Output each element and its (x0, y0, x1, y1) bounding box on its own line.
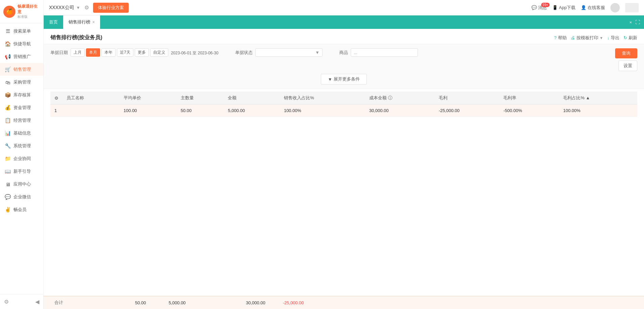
goods-filter: 商品 ... (339, 48, 418, 57)
col-amount: 全额 (224, 92, 280, 105)
cell-profit-rate: -500.00% (499, 105, 559, 117)
message-icon: 💬 (531, 5, 537, 10)
tab-home[interactable]: 首页 (44, 15, 63, 29)
home-icon: 🏠 (5, 41, 11, 47)
window-maximize-icon[interactable]: ⛶ (635, 19, 640, 25)
tab-sales-ranking[interactable]: 销售排行榜 × (63, 15, 100, 29)
content-spacer (44, 193, 644, 296)
refresh-button[interactable]: ↻ 刷新 (624, 35, 637, 41)
expand-icon: ▼ (328, 77, 332, 82)
col-settings[interactable]: ⚙ (50, 92, 62, 105)
date-custom-button[interactable]: 自定义 (150, 48, 168, 57)
sidebar-item-guide[interactable]: 📖 新手引导 (0, 165, 43, 178)
app-download-button[interactable]: 📱 App下载 (552, 5, 575, 11)
date-year-button[interactable]: 本年 (101, 48, 116, 57)
help-button[interactable]: ? 帮助 (554, 35, 566, 41)
enterprise-icon: 📁 (5, 156, 11, 162)
sidebar-item-purchase[interactable]: 🛍 采购管理 (0, 76, 43, 89)
set-button[interactable]: 设置 (618, 60, 637, 71)
cell-profit: -25,000.00 (435, 105, 500, 117)
main-content: XXXXX公司 ▼ ⚙ 体验行业方案 💬 消息 99+ 📱 App下载 👤 在线… (44, 0, 644, 309)
content-area: 销售排行榜(按业务员) ? 帮助 🖨 按模板打印 ▼ ↓ 导出 ↻ 刷新 (44, 29, 644, 309)
print-icon: 🖨 (571, 35, 575, 40)
export-button[interactable]: ↓ 导出 (607, 35, 620, 41)
print-button[interactable]: 🖨 按模板打印 ▼ (571, 35, 603, 41)
date-range-display: 2023-06-01 至 2023-06-30 (171, 51, 218, 55)
cell-sales-pct: 100.00% (280, 105, 365, 117)
purchase-icon: 🛍 (5, 80, 11, 85)
company-name: XXXXX公司 (49, 5, 74, 11)
col-profit-pct: 毛利占比% ▲ (559, 92, 637, 105)
sidebar-item-wechat[interactable]: 💬 企业微信 (0, 191, 43, 203)
sales-icon: 🛒 (5, 66, 11, 72)
cell-main-qty: 50.00 (177, 105, 224, 117)
app-download-icon: 📱 (552, 5, 558, 10)
date-prev-month-button[interactable]: 上月 (71, 48, 85, 57)
settings-icon[interactable]: ⚙ (84, 4, 89, 11)
table-area: ⚙ 员工名称 平均单价 主数量 全额 销售收入占比% 成本全额 ⓘ 毛利 毛利率… (44, 89, 644, 193)
sidebar-item-quicknav[interactable]: 🏠 快捷导航 (0, 38, 43, 50)
cell-cost: 30,000.00 (365, 105, 435, 117)
sidebar-item-operations[interactable]: 📋 经营管理 (0, 114, 43, 127)
sidebar-item-appcenter[interactable]: 🖥 应用中心 (0, 178, 43, 191)
system-icon: 🔧 (5, 143, 11, 149)
status-dropdown[interactable]: ▼ (255, 48, 323, 57)
online-service-button[interactable]: 👤 在线客服 (581, 5, 605, 11)
cell-avg-price: 100.00 (120, 105, 177, 117)
service-label: 在线客服 (588, 5, 605, 11)
sidebar-item-vip[interactable]: ✌ 畅会员 (0, 203, 43, 216)
footer-cost: 30,000.00 (246, 300, 283, 305)
marketing-icon: 📢 (5, 54, 11, 60)
date-filter-label: 单据日期 (50, 50, 68, 56)
message-badge: 99+ (541, 3, 550, 7)
sidebar-item-sales[interactable]: 🛒 销售管理 (0, 63, 43, 76)
sidebar-item-label: 销售管理 (13, 66, 31, 72)
sales-ranking-tab-label: 销售排行榜 (69, 19, 90, 25)
cell-profit-pct: 100.00% (559, 105, 637, 117)
date-more-button[interactable]: 更多 (135, 48, 149, 57)
operations-icon: 📋 (5, 117, 11, 123)
col-profit-rate: 毛利率 (499, 92, 559, 105)
col-cost: 成本全额 ⓘ (365, 92, 435, 105)
sidebar-item-search[interactable]: ☰ 搜索菜单 (0, 25, 43, 38)
sidebar-nav: ☰ 搜索菜单 🏠 快捷导航 📢 营销推广 🛒 销售管理 🛍 采购管理 📦 库存核… (0, 23, 43, 294)
trial-button[interactable]: 体验行业方案 (93, 3, 129, 13)
tab-close-icon[interactable]: × (92, 20, 95, 24)
user-avatar[interactable] (610, 3, 620, 12)
print-dropdown-arrow[interactable]: ▼ (600, 36, 603, 40)
status-dropdown-arrow: ▼ (315, 50, 319, 55)
sidebar-item-label: 系统管理 (13, 143, 31, 149)
refresh-label: 刷新 (629, 35, 637, 41)
goods-input[interactable]: ... (351, 48, 418, 57)
sidebar-item-finance[interactable]: 💰 资金管理 (0, 101, 43, 114)
footer-total-label: 合计 (54, 300, 81, 306)
sidebar-item-label: 资金管理 (13, 105, 31, 111)
date-7days-button[interactable]: 近7天 (117, 48, 133, 57)
query-button[interactable]: 查询 (615, 48, 637, 58)
settings-icon[interactable]: ⚙ (4, 299, 9, 305)
goods-filter-label: 商品 (339, 50, 348, 56)
goods-more-icon: ... (354, 50, 357, 55)
company-selector[interactable]: XXXXX公司 ▼ (49, 5, 80, 11)
refresh-icon: ↻ (624, 35, 627, 40)
col-profit: 毛利 (435, 92, 500, 105)
date-buttons: 上月 本月 本年 近7天 更多 自定义 (71, 48, 168, 57)
sidebar-item-enterprise[interactable]: 📁 企业协同 (0, 152, 43, 165)
message-button[interactable]: 💬 消息 99+ (531, 5, 547, 11)
status-filter: 单据状态 ▼ (235, 48, 323, 57)
sidebar-item-inventory[interactable]: 📦 库存核算 (0, 89, 43, 101)
service-icon: 👤 (581, 5, 586, 10)
cell-employee (62, 105, 120, 117)
export-icon: ↓ (607, 35, 610, 40)
collapse-sidebar-icon[interactable]: ◀ (35, 299, 39, 305)
sidebar-item-basicinfo[interactable]: 📊 基础信息 (0, 127, 43, 140)
user-info[interactable] (625, 3, 639, 12)
window-close-icon[interactable]: × (629, 20, 632, 25)
date-curr-month-button[interactable]: 本月 (86, 48, 100, 57)
expand-filters-button[interactable]: ▼ 展开更多条件 (321, 74, 367, 85)
sidebar-item-marketing[interactable]: 📢 营销推广 (0, 50, 43, 63)
sidebar-item-system[interactable]: 🔧 系统管理 (0, 140, 43, 152)
sidebar-item-label: 经营管理 (13, 117, 31, 123)
appcenter-icon: 🖥 (5, 182, 11, 187)
expand-row: ▼ 展开更多条件 (50, 74, 637, 85)
